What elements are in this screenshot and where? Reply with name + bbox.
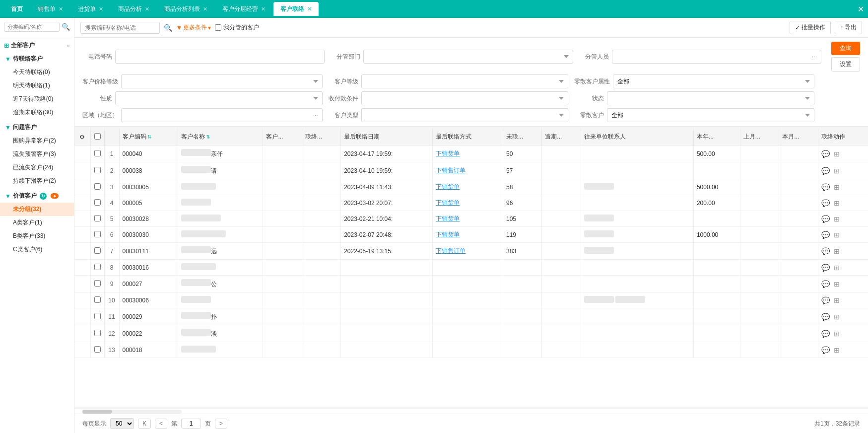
batch-ops-button[interactable]: ✓ 批量操作 [790,21,831,34]
close-analysis-tab[interactable]: ✕ [145,6,149,12]
row-checkbox[interactable] [94,150,101,156]
grid-action-icon[interactable]: ⊞ [834,167,840,175]
filter-search-button[interactable]: 🔍 [164,24,172,32]
sidebar-section-value[interactable]: ▼ 价值客户 ↻ ● [0,188,74,203]
tab-analysis[interactable]: 商品分析 ✕ [111,2,156,16]
message-icon[interactable]: 💬 [821,296,830,304]
tab-customer-contact[interactable]: 客户联络 ✕ [273,2,319,16]
message-icon[interactable]: 💬 [821,330,830,338]
collapse-icon[interactable]: « [67,42,70,49]
sidebar-item-abnormal[interactable]: 囤购异常客户(2) [0,134,74,147]
message-icon[interactable]: 💬 [821,313,830,321]
sidebar-search-button[interactable]: 🔍 [62,23,70,31]
row-checkbox[interactable] [94,231,101,237]
row-checkbox[interactable] [94,313,101,319]
grid-action-icon[interactable]: ⊞ [834,215,840,223]
scrollbar-thumb[interactable] [82,410,112,414]
my-customers-checkbox[interactable] [215,24,221,31]
sidebar-section-problem[interactable]: ▼ 问题客户 [0,119,74,134]
prev-page-button[interactable]: < [155,419,167,429]
gender-select[interactable] [115,91,323,105]
phone-input[interactable] [115,50,325,64]
close-customer-segment-tab[interactable]: ✕ [261,6,266,12]
message-icon[interactable]: 💬 [821,150,830,158]
message-icon[interactable]: 💬 [821,199,830,207]
code-sort-icon[interactable]: ⇅ [147,134,151,140]
page-size-select[interactable]: 50 [110,418,134,429]
sidebar-item-groupB[interactable]: B类客户(33) [0,229,74,243]
price-level-select[interactable] [121,74,323,88]
grid-action-icon[interactable]: ⊞ [834,247,840,255]
status-select[interactable] [607,91,814,105]
close-sales-tab[interactable]: ✕ [59,6,63,12]
contact-method-link[interactable]: 下销售订单 [436,247,466,254]
row-checkbox[interactable] [94,199,101,206]
tab-customer-segment[interactable]: 客户分层经营 ✕ [215,2,272,16]
name-col[interactable]: 客户名称⇅ [178,129,263,145]
grid-action-icon[interactable]: ⊞ [834,150,840,158]
sidebar-item-churn-risk[interactable]: 流失预警客户(3) [0,147,74,161]
sidebar-section-pending[interactable]: ▼ 待联络客户 [0,51,74,66]
row-checkbox[interactable] [94,247,101,254]
name-sort-icon[interactable]: ⇅ [206,134,210,140]
contact-method-link[interactable]: 下销货单 [436,215,460,222]
grid-action-icon[interactable]: ⊞ [834,231,840,239]
reset-button[interactable]: 设置 [831,57,860,72]
sidebar-item-today[interactable]: 今天待联络(0) [0,66,74,79]
tab-analysis-list[interactable]: 商品分析列表 ✕ [157,2,214,16]
filter-search-input[interactable] [80,22,160,34]
sidebar-all-customers[interactable]: ⊞ 全部客户 « [0,38,74,51]
region-select[interactable]: ··· [121,108,323,122]
tab-sales[interactable]: 销售单 ✕ [31,2,70,16]
select-all-col[interactable] [90,129,104,145]
manager-select[interactable]: ··· [612,50,821,64]
contact-method-link[interactable]: 下销货单 [436,150,460,157]
horizontal-scrollbar[interactable] [74,409,868,414]
message-icon[interactable]: 💬 [821,264,830,272]
grid-action-icon[interactable]: ⊞ [834,296,840,304]
grid-action-icon[interactable]: ⊞ [834,313,840,321]
my-customers-checkbox-label[interactable]: 我分管的客户 [215,23,259,32]
row-checkbox[interactable] [94,167,101,173]
retail-attr-select[interactable]: 全部 [613,74,814,88]
contact-method-link[interactable]: 下销货单 [436,199,460,206]
message-icon[interactable]: 💬 [821,167,830,175]
message-icon[interactable]: 💬 [821,247,830,255]
grid-action-icon[interactable]: ⊞ [834,264,840,272]
refresh-badge[interactable]: ↻ [40,193,47,200]
payment-select[interactable] [361,91,569,105]
app-close-button[interactable]: ✕ [858,4,864,14]
retail-customer-select[interactable]: 全部 [607,108,814,122]
next-page-button[interactable]: > [215,419,227,429]
contact-method-link[interactable]: 下销货单 [436,183,460,190]
sidebar-item-declining[interactable]: 持续下滑客户(2) [0,174,74,188]
message-icon[interactable]: 💬 [821,215,830,223]
sidebar-item-groupC[interactable]: C类客户(6) [0,243,74,256]
sidebar-item-lost[interactable]: 已流失客户(24) [0,161,74,174]
row-checkbox[interactable] [94,183,101,190]
grid-action-icon[interactable]: ⊞ [834,183,840,191]
export-button[interactable]: ↑ 导出 [835,21,862,34]
row-checkbox[interactable] [94,264,101,270]
sidebar-item-groupA[interactable]: A类客户(1) [0,216,74,229]
customer-type-select[interactable] [361,108,569,122]
grid-action-icon[interactable]: ⊞ [834,280,840,288]
page-number-input[interactable] [181,419,201,429]
first-page-button[interactable]: K [138,419,151,429]
sidebar-search-input[interactable] [4,22,60,32]
grid-action-icon[interactable]: ⊞ [834,199,840,207]
row-checkbox[interactable] [94,346,101,353]
select-all-checkbox[interactable] [94,133,101,140]
query-button[interactable]: 查询 [831,42,860,55]
message-icon[interactable]: 💬 [821,231,830,239]
sidebar-item-overdue[interactable]: 逾期未联络(30) [0,106,74,119]
close-purchase-tab[interactable]: ✕ [99,6,103,12]
grid-action-icon[interactable]: ⊞ [834,346,840,354]
contact-method-link[interactable]: 下销售订单 [436,167,466,174]
code-col[interactable]: 客户编码⇅ [119,129,178,145]
customer-level-select[interactable] [361,74,569,88]
row-checkbox[interactable] [94,280,101,287]
tab-home[interactable]: 首页 [4,2,30,16]
close-analysis-list-tab[interactable]: ✕ [203,6,207,12]
row-checkbox[interactable] [94,215,101,221]
